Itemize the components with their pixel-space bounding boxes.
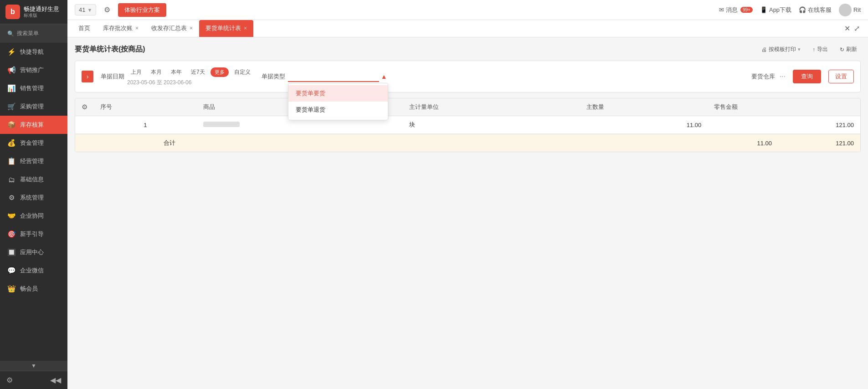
topbar-gear-button[interactable]: ⚙ (101, 4, 113, 16)
quick-nav-icon: ⚡ (7, 48, 15, 56)
sidebar-scroll-down[interactable]: ▼ (0, 361, 67, 371)
sidebar-search-area[interactable]: 🔍 搜索菜单 (0, 24, 67, 43)
sidebar-item-label: 经营管理 (20, 157, 44, 165)
tab-demand-stats-label: 要货单统计表 (205, 24, 241, 32)
app-download-icon: 📱 (760, 6, 767, 13)
messages-button[interactable]: ✉ 消息 99+ (719, 6, 753, 14)
tab-collect-summary[interactable]: 收发存汇总表 × (145, 20, 199, 37)
app-center-icon: 🔲 (7, 248, 15, 256)
refresh-label: 刷新 (846, 46, 857, 53)
messages-badge: 99+ (740, 7, 753, 13)
trial-btn[interactable]: 体验行业方案 (118, 3, 166, 17)
refresh-button[interactable]: ↻ 刷新 (836, 44, 861, 55)
warehouse-filter-group: 要货仓库 ··· (751, 72, 786, 81)
inventory-icon: 📦 (7, 121, 15, 129)
table-footer: 合计 11.00 121.00 (75, 134, 860, 152)
search-menu-button[interactable]: 🔍 搜索菜单 (5, 28, 63, 39)
dropdown-item-demand-order[interactable]: 要货单要货 (288, 85, 388, 102)
sidebar-item-basic-info[interactable]: 🗂 基础信息 (0, 170, 67, 189)
sidebar-item-system[interactable]: ⚙ 系统管理 (0, 189, 67, 207)
print-dropdown-icon[interactable]: ▾ (798, 46, 801, 52)
tab-demand-stats[interactable]: 要货单统计表 × (199, 20, 253, 37)
sidebar-item-purchase[interactable]: 🛒 采购管理 (0, 97, 67, 116)
type-dropdown-icon[interactable]: ▲ (381, 73, 387, 80)
table-body: 1 块 11.00 121.00 (75, 116, 860, 134)
type-input[interactable] (288, 72, 379, 82)
row-settings-cell (75, 116, 94, 134)
footer-amount-value: 121.00 (817, 140, 854, 147)
date-btn-last-month[interactable]: 上月 (127, 67, 145, 78)
sidebar-item-app-center[interactable]: 🔲 应用中心 (0, 243, 67, 261)
sidebar-item-label: 资金管理 (20, 139, 44, 147)
online-service-button[interactable]: 🎧 在线客服 (799, 6, 832, 14)
settings-button[interactable]: 设置 (828, 70, 854, 83)
sidebar-item-vip[interactable]: 👑 畅会员 (0, 280, 67, 298)
enterprise-icon: 🤝 (7, 212, 15, 220)
tab-collect-summary-label: 收发存汇总表 (151, 24, 187, 32)
sidebar-collapse-icon[interactable]: ◀◀ (50, 376, 61, 384)
page-header: 要货单统计表(按商品) 🖨 按模板打印 ▾ ↑ 导出 ↻ 刷新 (75, 44, 861, 55)
user-name: Rit (853, 6, 861, 13)
finance-icon: 💰 (7, 139, 15, 147)
app-name: 畅捷通好生意 (24, 5, 59, 13)
sales-icon: 📊 (7, 84, 15, 92)
date-btn-this-month[interactable]: 本月 (147, 67, 165, 78)
date-btn-this-year[interactable]: 本年 (167, 67, 185, 78)
sidebar-item-operations[interactable]: 📋 经营管理 (0, 152, 67, 170)
date-filter-group: 单据日期 上月 本月 本年 近7天 更多 自定义 2023-05-06 至 20… (101, 67, 254, 87)
store-selector[interactable]: 41 ▼ (75, 4, 96, 15)
filter-panel: › 单据日期 上月 本月 本年 近7天 更多 自定义 2023-05-06 (75, 61, 861, 92)
dropdown-item-demand-return[interactable]: 要货单退货 (288, 102, 388, 118)
export-button[interactable]: ↑ 导出 (809, 44, 832, 55)
row-seq-cell: 1 (94, 116, 197, 134)
sidebar-item-marketing[interactable]: 📢 营销推广 (0, 61, 67, 79)
sidebar-item-label: 系统管理 (20, 194, 44, 202)
sidebar-item-label: 库存核算 (20, 121, 44, 129)
page-content: 要货单统计表(按商品) 🖨 按模板打印 ▾ ↑ 导出 ↻ 刷新 (67, 37, 868, 389)
sidebar-item-inventory[interactable]: 📦 库存核算 (0, 116, 67, 134)
sidebar-item-label: 营销推广 (20, 66, 44, 74)
warehouse-more-icon[interactable]: ··· (780, 72, 786, 81)
sidebar-item-finance[interactable]: 💰 资金管理 (0, 134, 67, 152)
app-version: 标准版 (24, 13, 59, 18)
date-btn-custom[interactable]: 自定义 (231, 67, 254, 78)
sidebar-item-label: 基础信息 (20, 175, 44, 184)
date-btn-more[interactable]: 更多 (211, 67, 229, 77)
user-avatar (839, 4, 852, 16)
print-button[interactable]: 🖨 按模板打印 ▾ (758, 44, 804, 55)
query-button[interactable]: 查询 (793, 70, 821, 83)
sidebar-item-quick-nav[interactable]: ⚡ 快捷导航 (0, 43, 67, 61)
tab-collect-summary-close[interactable]: × (190, 25, 193, 31)
tabs-controls: ✕ ⤢ (841, 20, 863, 37)
tabs-close-all-icon[interactable]: ✕ (843, 23, 851, 34)
sidebar-settings-icon[interactable]: ⚙ (6, 376, 13, 384)
tab-inventory-batch-label: 库存批次账 (103, 24, 133, 32)
col-settings-icon[interactable]: ⚙ (82, 103, 87, 111)
sidebar-item-wechat-biz[interactable]: 💬 企业微信 (0, 261, 67, 280)
sidebar-item-enterprise[interactable]: 🤝 企业协同 (0, 207, 67, 225)
tabs-bar: 首页 库存批次账 × 收发存汇总表 × 要货单统计表 × ✕ ⤢ (67, 20, 868, 37)
operations-icon: 📋 (7, 157, 15, 165)
tab-inventory-batch-close[interactable]: × (135, 25, 139, 31)
sidebar-item-sales[interactable]: 📊 销售管理 (0, 79, 67, 97)
tab-demand-stats-close[interactable]: × (244, 25, 247, 31)
tabs-maximize-icon[interactable]: ⤢ (853, 23, 861, 34)
sidebar: b 畅捷通好生意 标准版 🔍 搜索菜单 ⚡ 快捷导航 📢 营销推广 📊 销售管理… (0, 0, 67, 389)
header-actions: 🖨 按模板打印 ▾ ↑ 导出 ↻ 刷新 (758, 44, 861, 55)
type-filter-group: 单据类型 ▲ 要货单要货 要货单退货 (262, 72, 387, 82)
sidebar-item-guide[interactable]: 🎯 新手引导 (0, 225, 67, 243)
app-download-button[interactable]: 📱 App下载 (760, 6, 791, 14)
sidebar-item-label: 新手引导 (20, 230, 44, 238)
date-btn-7days[interactable]: 近7天 (187, 67, 209, 78)
table-header: ⚙ 序号 商品 主计量单位 主数量 零售金额 (75, 98, 860, 116)
col-amount: 零售金额 (708, 98, 860, 116)
user-avatar-button[interactable]: Rit (839, 4, 861, 16)
footer-qty-value: 11.00 (735, 140, 772, 147)
export-label: 导出 (817, 46, 828, 53)
store-number: 41 (79, 6, 85, 13)
filter-toggle-button[interactable]: › (82, 71, 93, 82)
tab-inventory-batch[interactable]: 库存批次账 × (97, 20, 145, 37)
warehouse-filter-label: 要货仓库 (751, 72, 775, 81)
tab-home[interactable]: 首页 (72, 20, 97, 37)
sidebar-item-label: 采购管理 (20, 102, 44, 111)
